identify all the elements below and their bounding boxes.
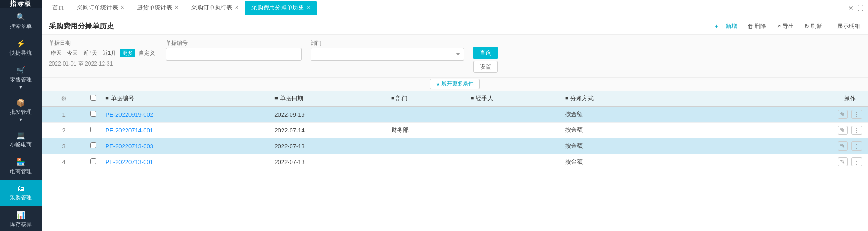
tab-purchase-order-stats[interactable]: 采购订单统计表 ✕ — [71, 1, 131, 15]
sidebar-item-wholesale[interactable]: 📦 批发管理 ▼ — [0, 94, 42, 127]
sidebar-item-label: 电商管理 — [10, 168, 32, 175]
page-header: 采购费用分摊单历史 ＋ + 新增 🗑 删除 ↗ 导出 ↻ 刷新 — [42, 16, 868, 35]
more-icon[interactable]: ⋮ — [851, 110, 862, 119]
date-yesterday-btn[interactable]: 昨天 — [49, 49, 63, 57]
doc-no-link[interactable]: PE-20220714-001 — [105, 127, 153, 134]
dept-label: 部门 — [311, 39, 464, 47]
select-all-checkbox[interactable] — [90, 95, 96, 101]
export-button[interactable]: ↗ 导出 — [774, 21, 797, 32]
date-1month-btn[interactable]: 近1月 — [101, 49, 118, 57]
sidebar-item-purchase[interactable]: 🗂 采购管理 — [0, 180, 42, 206]
export-icon: ↗ — [776, 23, 781, 30]
sidebar-item-quicknav[interactable]: ⚡ 快捷导航 — [0, 35, 42, 61]
row-doc-no: PE-20220919-002 — [101, 107, 270, 123]
ops-icons: ✎ ⋮ — [836, 157, 863, 166]
query-button[interactable]: 查询 — [473, 47, 498, 59]
row-checkbox[interactable] — [90, 142, 96, 148]
ops-icons: ✎ ⋮ — [836, 141, 863, 151]
table-header-row: ⚙ ≡ 单据编号 ≡ 单据日期 ≡ 部门 — [42, 91, 868, 107]
row-dept — [387, 138, 466, 154]
tab-bar-close-icon[interactable]: ✕ — [848, 5, 854, 12]
wholesale-icon: 📦 — [16, 99, 25, 107]
date-today-btn[interactable]: 今天 — [65, 49, 80, 57]
tab-home[interactable]: 首页 — [46, 1, 71, 15]
tab-close-icon[interactable]: ✕ — [307, 5, 311, 10]
date-7days-btn[interactable]: 近7天 — [81, 49, 99, 57]
sidebar-item-label: 小畅电商 — [10, 141, 32, 149]
data-table: ⚙ ≡ 单据编号 ≡ 单据日期 ≡ 部门 — [42, 91, 868, 170]
table-row: 1 PE-20220919-002 2022-09-19 按金额 ✎ ⋮ — [42, 107, 868, 123]
refresh-button[interactable]: ↻ 刷新 — [802, 21, 825, 32]
sidebar-item-ecom[interactable]: 🏪 电商管理 — [0, 153, 42, 180]
expand-more-label: 展开更多条件 — [441, 80, 474, 88]
doc-no-input[interactable] — [166, 48, 302, 61]
row-dept — [387, 107, 466, 123]
sidebar-item-inventory[interactable]: 📊 库存核算 — [0, 206, 42, 231]
tab-close-icon[interactable]: ✕ — [120, 5, 124, 10]
data-table-wrapper: ⚙ ≡ 单据编号 ≡ 单据日期 ≡ 部门 — [42, 91, 868, 231]
sidebar-item-label: 库存核算 — [10, 221, 32, 228]
row-checkbox[interactable] — [90, 111, 96, 117]
row-checkbox-cell — [86, 154, 101, 170]
tab-bar-fullscreen-icon[interactable]: ⛶ — [857, 5, 863, 12]
doc-no-link[interactable]: PE-20220919-002 — [105, 111, 153, 118]
edit-icon[interactable]: ✎ — [838, 141, 848, 151]
settings-button[interactable]: 设置 — [473, 61, 498, 73]
col-dept-label: ≡ 部门 — [391, 95, 408, 102]
dept-group: 部门 — [311, 39, 464, 61]
more-icon[interactable]: ⋮ — [851, 126, 862, 135]
edit-icon[interactable]: ✎ — [838, 126, 848, 135]
row-dept — [387, 154, 466, 170]
sidebar: 指标板 🔍 搜索菜单 ⚡ 快捷导航 🛒 零售管理 ▼ 📦 批发管理 ▼ 💻 小畅… — [0, 0, 42, 231]
expand-more-button[interactable]: ∨ 展开更多条件 — [430, 79, 480, 89]
edit-icon[interactable]: ✎ — [838, 110, 848, 119]
date-more-btn[interactable]: 更多 — [120, 49, 135, 57]
doc-no-link[interactable]: PE-20220713-001 — [105, 159, 153, 165]
col-checkbox — [86, 91, 101, 107]
delete-button[interactable]: 🗑 删除 — [745, 21, 769, 32]
row-handler — [466, 154, 561, 170]
sidebar-item-label: 零售管理 — [10, 76, 32, 84]
more-icon[interactable]: ⋮ — [851, 141, 862, 151]
tab-incoming-stats[interactable]: 进货单统计表 ✕ — [131, 1, 185, 15]
table-row: 4 PE-20220713-001 2022-07-13 按金额 ✎ ⋮ — [42, 154, 868, 170]
row-checkbox[interactable] — [90, 127, 96, 132]
sidebar-item-retail[interactable]: 🛒 零售管理 ▼ — [0, 61, 42, 94]
dept-select[interactable] — [311, 48, 464, 61]
row-doc-date: 2022-07-13 — [270, 138, 387, 154]
main-area: 首页 采购订单统计表 ✕ 进货单统计表 ✕ 采购订单执行表 ✕ 采购费用分摊单历… — [42, 0, 868, 231]
row-doc-no: PE-20220714-001 — [101, 123, 270, 138]
tab-close-icon[interactable]: ✕ — [235, 5, 239, 10]
row-checkbox[interactable] — [90, 158, 96, 164]
more-icon[interactable]: ⋮ — [851, 157, 862, 166]
tab-bar-right: ✕ ⛶ — [848, 5, 863, 12]
add-button[interactable]: ＋ + 新增 — [711, 21, 740, 32]
tab-purchase-order-exec[interactable]: 采购订单执行表 ✕ — [185, 1, 245, 15]
col-doc-no[interactable]: ≡ 单据编号 — [101, 91, 270, 107]
tab-label: 采购费用分摊单历史 — [251, 4, 304, 12]
settings-icon[interactable]: ⚙ — [61, 95, 67, 102]
doc-no-label: 单据编号 — [166, 39, 302, 47]
toolbar: ＋ + 新增 🗑 删除 ↗ 导出 ↻ 刷新 显示明细 — [711, 21, 861, 32]
tab-purchase-cost-history[interactable]: 采购费用分摊单历史 ✕ — [245, 1, 317, 15]
row-checkbox-cell — [86, 107, 101, 123]
col-doc-date[interactable]: ≡ 单据日期 — [270, 91, 387, 107]
sidebar-item-ecomsmall[interactable]: 💻 小畅电商 — [0, 127, 42, 153]
show-cols-checkbox[interactable] — [830, 24, 835, 29]
date-range-display: 2022-01-01 至 2022-12-31 — [49, 60, 157, 68]
row-num: 1 — [42, 107, 86, 123]
row-split-method: 按金额 — [561, 123, 832, 138]
col-split-method[interactable]: ≡ 分摊方式 — [561, 91, 832, 107]
col-handler[interactable]: ≡ 经手人 — [466, 91, 561, 107]
edit-icon[interactable]: ✎ — [838, 157, 848, 166]
tab-home-label: 首页 — [52, 4, 64, 12]
search-icon: 🔍 — [16, 13, 25, 21]
date-custom-btn[interactable]: 自定义 — [137, 49, 157, 57]
row-checkbox-cell — [86, 138, 101, 154]
sidebar-item-search[interactable]: 🔍 搜索菜单 — [0, 8, 42, 35]
tab-close-icon[interactable]: ✕ — [175, 5, 179, 10]
doc-no-link[interactable]: PE-20220713-003 — [105, 143, 153, 150]
show-cols-toggle[interactable]: 显示明细 — [830, 22, 861, 30]
row-handler — [466, 123, 561, 138]
col-dept[interactable]: ≡ 部门 — [387, 91, 466, 107]
